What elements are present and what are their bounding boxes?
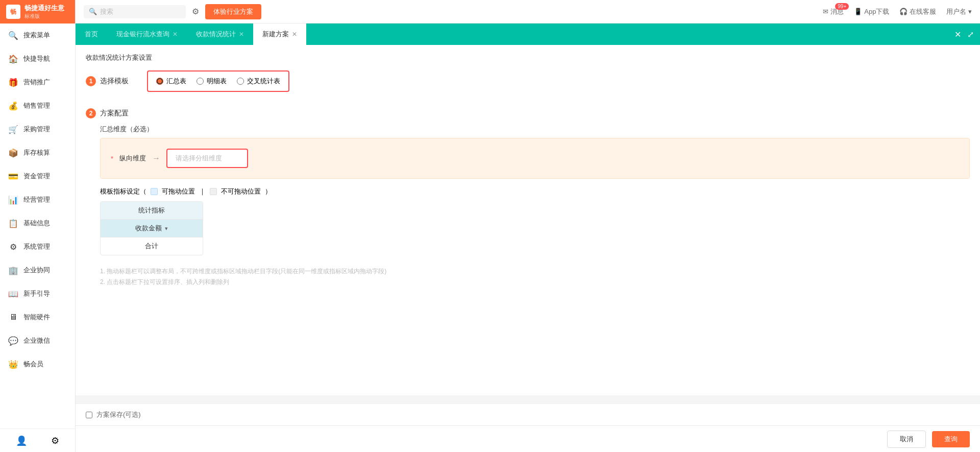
- sidebar-item-enterprise[interactable]: 🏢 企业协同: [0, 258, 75, 282]
- tab-collection-stat[interactable]: 收款情况统计 ✕: [187, 23, 253, 45]
- metrics-row-value: 合计: [101, 237, 203, 255]
- sidebar-item-label: 销售管理: [23, 101, 50, 110]
- metrics-hint-row: 模板指标设定（ 可拖动位置 ｜ 不可拖动位置 ）: [100, 187, 970, 196]
- search-icon: 🔍: [89, 8, 97, 15]
- dim-select[interactable]: 请选择分组维度: [166, 149, 248, 168]
- step1-title: 选择模板: [100, 77, 129, 86]
- table-row: 合计: [101, 237, 203, 255]
- settings-icon[interactable]: ⚙: [192, 7, 199, 16]
- sidebar-item-guide[interactable]: 📖 新手引导: [0, 282, 75, 305]
- tab-new-plan-close[interactable]: ✕: [292, 31, 297, 38]
- sidebar-item-smart-hw[interactable]: 🖥 智能硬件: [0, 305, 75, 329]
- purchase-icon: 🛒: [8, 125, 18, 134]
- download-link[interactable]: 📱 App下载: [854, 7, 889, 16]
- logo-icon: 畅: [6, 5, 20, 19]
- step1-header: 1 选择模板 汇总表 明细表 交叉统计表: [86, 70, 970, 92]
- tips-section: 1. 拖动标题栏可以调整布局，不可跨维度或指标区域拖动栏目字段(只能在同一维度或…: [100, 267, 970, 287]
- user-name: 用户名: [946, 8, 966, 15]
- service-link[interactable]: 🎧 在线客服: [899, 7, 936, 16]
- sidebar-item-wechat[interactable]: 💬 企业微信: [0, 329, 75, 352]
- metrics-hint-label: 模板指标设定（: [100, 187, 146, 196]
- radio-detail-input[interactable]: [197, 78, 204, 85]
- radio-cross-label: 交叉统计表: [247, 77, 280, 86]
- radio-detail[interactable]: 明细表: [197, 77, 227, 86]
- user-avatar-icon[interactable]: 👤: [16, 435, 27, 446]
- sidebar-item-marketing[interactable]: 🎁 营销推广: [0, 70, 75, 94]
- radio-cross-input[interactable]: [237, 78, 244, 85]
- step1-section: 1 选择模板 汇总表 明细表 交叉统计表: [86, 70, 970, 98]
- sidebar-item-label: 资金管理: [23, 172, 50, 181]
- finance-icon: 💳: [8, 172, 18, 181]
- quick-nav-icon: 🏠: [8, 54, 18, 64]
- sidebar-bottom: 👤 ⚙: [0, 429, 75, 452]
- dimension-config: 汇总维度（必选） * 纵向维度 → 请选择分组维度: [86, 125, 970, 179]
- sidebar-item-label: 采购管理: [23, 125, 50, 134]
- tab-cash-bank[interactable]: 现金银行流水查询 ✕: [107, 23, 187, 45]
- wechat-icon: 💬: [8, 336, 18, 346]
- sidebar-item-label: 畅会员: [23, 360, 43, 369]
- movable-legend-box: [151, 188, 158, 195]
- page-inner: 收款情况统计方案设置 1 选择模板 汇总表 明细表: [76, 45, 980, 395]
- movable-label: 可拖动位置: [162, 187, 195, 196]
- search-box[interactable]: 🔍 搜索: [84, 5, 186, 18]
- sidebar-item-finance[interactable]: 💳 资金管理: [0, 164, 75, 188]
- tab-home[interactable]: 首页: [76, 23, 107, 45]
- sidebar-item-label: 搜索菜单: [23, 31, 50, 40]
- search-menu-icon: 🔍: [8, 31, 18, 40]
- tip2: 2. 点击标题栏下拉可设置排序、插入列和删除列: [100, 278, 970, 287]
- tab-cash-bank-close[interactable]: ✕: [173, 31, 178, 38]
- window-expand-icon[interactable]: ⤢: [967, 30, 974, 39]
- fixed-legend-box: [210, 188, 217, 195]
- sidebar-item-quick-nav[interactable]: 🏠 快捷导航: [0, 47, 75, 70]
- trial-btn[interactable]: 体验行业方案: [205, 4, 261, 19]
- sidebar-item-system[interactable]: ⚙ 系统管理: [0, 235, 75, 258]
- dimension-label: 汇总维度（必选）: [100, 125, 970, 134]
- cancel-button[interactable]: 取消: [887, 431, 926, 448]
- step2-title: 方案配置: [100, 109, 129, 118]
- sidebar-item-member[interactable]: 👑 畅会员: [0, 352, 75, 376]
- message-icon: ✉: [823, 8, 828, 15]
- sidebar-item-management[interactable]: 📊 经营管理: [0, 188, 75, 211]
- settings-icon[interactable]: ⚙: [51, 435, 59, 446]
- dim-row: * 纵向维度 → 请选择分组维度: [111, 149, 248, 168]
- radio-summary-input[interactable]: [156, 78, 163, 85]
- sidebar-item-label: 营销推广: [23, 78, 50, 87]
- tab-new-plan[interactable]: 新建方案 ✕: [253, 23, 306, 45]
- logo-text: 畅捷通好生意: [24, 4, 64, 13]
- sidebar-item-label: 新手引导: [23, 289, 50, 298]
- management-icon: 📊: [8, 195, 18, 205]
- tabs-actions: ✕ ⤢: [948, 30, 980, 39]
- required-star: *: [111, 155, 113, 162]
- search-placeholder: 搜索: [100, 7, 113, 16]
- radio-cross[interactable]: 交叉统计表: [237, 77, 280, 86]
- sidebar-item-inventory[interactable]: 📦 库存核算: [0, 141, 75, 164]
- chevron-down-icon: ▾: [968, 8, 972, 15]
- sidebar-item-label: 经营管理: [23, 195, 50, 204]
- metrics-dropdown[interactable]: 收款金额 ▾: [109, 224, 194, 233]
- sidebar-item-label: 智能硬件: [23, 313, 50, 322]
- marketing-icon: 🎁: [8, 78, 18, 87]
- save-label[interactable]: 方案保存(可选): [96, 410, 141, 419]
- metrics-col-label: 收款金额: [135, 224, 162, 233]
- main-area: 🔍 搜索 ⚙ 体验行业方案 ✉ 消息 99+ 📱 App下载 🎧 在线客服 用户…: [76, 0, 980, 452]
- window-close-icon[interactable]: ✕: [954, 30, 961, 39]
- metrics-section: 模板指标设定（ 可拖动位置 ｜ 不可拖动位置 ） 统计指标: [100, 187, 970, 257]
- tab-collection-stat-close[interactable]: ✕: [239, 31, 244, 38]
- user-info[interactable]: 用户名 ▾: [946, 7, 972, 16]
- radio-summary[interactable]: 汇总表: [156, 77, 186, 86]
- sidebar-item-purchase[interactable]: 🛒 采购管理: [0, 117, 75, 141]
- sidebar-item-label: 企业协同: [23, 266, 50, 275]
- sidebar-item-sales[interactable]: 💰 销售管理: [0, 94, 75, 117]
- sidebar-item-search-menu[interactable]: 🔍 搜索菜单: [0, 23, 75, 47]
- message-btn[interactable]: ✉ 消息 99+: [823, 7, 844, 16]
- query-button[interactable]: 查询: [932, 431, 970, 447]
- sidebar-item-label: 基础信息: [23, 219, 50, 228]
- download-icon: 📱: [854, 8, 862, 15]
- dim-row-label: 纵向维度: [119, 154, 146, 163]
- sidebar-item-basic-info[interactable]: 📋 基础信息: [0, 211, 75, 235]
- metrics-hint-close: ）: [265, 187, 272, 196]
- tab-home-label: 首页: [85, 30, 98, 39]
- save-checkbox[interactable]: [86, 412, 92, 418]
- tab-collection-stat-label: 收款情况统计: [196, 30, 236, 39]
- fixed-label: 不可拖动位置: [221, 187, 261, 196]
